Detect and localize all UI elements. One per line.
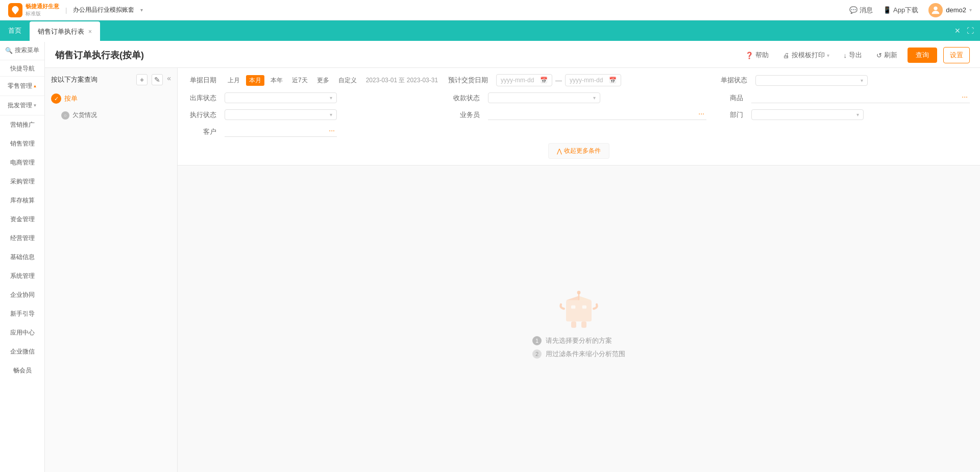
salesman-label: 业务员 bbox=[451, 110, 480, 120]
expected-date-from[interactable]: yyyy-mm-dd 📅 bbox=[496, 74, 552, 86]
collapse-icon-up: ⋀ bbox=[557, 148, 562, 155]
sub-item-欠货情况[interactable]: ○ 欠货情况 bbox=[45, 108, 177, 123]
query-btn[interactable]: 查询 bbox=[908, 48, 937, 63]
sidebar-item-member[interactable]: 畅会员 bbox=[0, 361, 44, 380]
export-btn[interactable]: ↓ 导出 bbox=[840, 49, 867, 62]
left-filter-title: 按以下方案查询 bbox=[51, 75, 97, 84]
win-max-btn[interactable]: ⛶ bbox=[967, 27, 974, 35]
customer-input[interactable]: ··· bbox=[225, 126, 337, 137]
sidebar-item-app-center[interactable]: 应用中心 bbox=[0, 323, 44, 342]
date-range-text: 2023-03-01 至 2023-03-31 bbox=[366, 76, 438, 85]
date-separator: — bbox=[555, 77, 562, 84]
win-close-btn[interactable]: ✕ bbox=[954, 27, 961, 35]
goods-label: 商品 bbox=[715, 93, 743, 103]
exec-status-arrow: ▾ bbox=[330, 112, 332, 117]
add-scheme-btn[interactable]: + bbox=[136, 74, 148, 85]
edit-scheme-btn[interactable]: ✎ bbox=[152, 74, 163, 85]
search-icon: 🔍 bbox=[5, 47, 13, 54]
sidebar-item-inventory[interactable]: 库存核算 bbox=[0, 191, 44, 210]
collapse-label: 收起更多条件 bbox=[564, 147, 601, 155]
help-btn[interactable]: ❓ 帮助 bbox=[741, 49, 773, 62]
sidebar-item-system[interactable]: 系统管理 bbox=[0, 267, 44, 286]
help-icon: ❓ bbox=[745, 52, 753, 59]
date-tab-this-year[interactable]: 本年 bbox=[267, 75, 286, 86]
page-actions: ❓ 帮助 🖨 按模板打印 ▾ ↓ 导出 ↺ 刷新 查询 设置 bbox=[741, 47, 970, 63]
sidebar-item-corp[interactable]: 企业协同 bbox=[0, 286, 44, 304]
message-btn[interactable]: 💬 消息 bbox=[849, 6, 873, 15]
sidebar-item-marketing[interactable]: 营销推广 bbox=[0, 115, 44, 134]
user-area[interactable]: demo2 ▾ bbox=[928, 3, 972, 17]
print-btn[interactable]: 🖨 按模板打印 ▾ bbox=[779, 49, 834, 62]
out-status-arrow: ▾ bbox=[330, 95, 332, 101]
goods-more-btn[interactable]: ··· bbox=[960, 92, 970, 101]
sidebar-item-operation[interactable]: 经营管理 bbox=[0, 229, 44, 248]
logo-area: 畅捷通好生意 标准版 bbox=[8, 3, 59, 17]
sidebar-item-finance[interactable]: 资金管理 bbox=[0, 210, 44, 229]
sidebar-item-sales[interactable]: 销售管理 bbox=[0, 134, 44, 153]
avatar bbox=[928, 3, 943, 17]
date-tab-more[interactable]: 更多 bbox=[314, 75, 332, 86]
tab-close-btn[interactable]: × bbox=[88, 28, 92, 35]
goods-control: ··· bbox=[751, 92, 970, 103]
svg-rect-3 bbox=[582, 305, 586, 309]
svg-point-7 bbox=[577, 291, 581, 294]
app-dropdown-arrow[interactable]: ▾ bbox=[140, 7, 143, 13]
customer-more-btn[interactable]: ··· bbox=[327, 126, 337, 134]
expected-date-to[interactable]: yyyy-mm-dd 📅 bbox=[565, 74, 621, 86]
step1-label: 请先选择要分析的方案 bbox=[546, 336, 612, 345]
sidebar-search[interactable]: 🔍 搜索菜单 bbox=[0, 41, 44, 60]
app-download-label: App下载 bbox=[893, 6, 918, 15]
status-select-arrow: ▾ bbox=[861, 78, 863, 83]
sidebar-item-basic[interactable]: 基础信息 bbox=[0, 248, 44, 267]
collapse-more-btn[interactable]: ⋀ 收起更多条件 bbox=[548, 143, 609, 159]
dept-select[interactable]: ▾ bbox=[751, 109, 864, 120]
top-bar-right: 💬 消息 📱 App下载 demo2 ▾ bbox=[849, 3, 972, 17]
page-title: 销售订单执行表(按单) bbox=[55, 49, 144, 61]
sidebar-item-ecommerce[interactable]: 电商管理 bbox=[0, 153, 44, 172]
tab-home-label: 首页 bbox=[8, 26, 21, 35]
salesman-input[interactable]: ··· bbox=[488, 109, 706, 120]
left-filter-panel: 按以下方案查询 + ✎ « ✓ 按单 ○ 欠货情况 bbox=[45, 68, 178, 472]
receipt-status-select[interactable]: ▾ bbox=[488, 92, 600, 103]
tab-home[interactable]: 首页 bbox=[0, 20, 30, 41]
sidebar-item-wholesale[interactable]: 批发管理 ▼ bbox=[0, 96, 44, 115]
receipt-status-arrow: ▾ bbox=[593, 95, 596, 101]
salesman-more-btn[interactable]: ··· bbox=[696, 109, 706, 117]
date-from-placeholder: yyyy-mm-dd bbox=[501, 77, 534, 84]
app-download-btn[interactable]: 📱 App下载 bbox=[883, 6, 918, 15]
collapse-panel-btn[interactable]: « bbox=[167, 74, 171, 85]
date-tab-this-month[interactable]: 本月 bbox=[246, 75, 264, 86]
settings-btn[interactable]: 设置 bbox=[943, 47, 970, 63]
sidebar-section-wholesale: 批发管理 ▼ bbox=[0, 96, 44, 115]
tab-sales-order[interactable]: 销售订单执行表 × bbox=[30, 21, 100, 42]
date-tabs: 上月 本月 本年 近7天 更多 自定义 bbox=[225, 75, 360, 86]
left-filter-icons: + ✎ « bbox=[136, 74, 171, 85]
status-label: 单据状态 bbox=[719, 76, 747, 85]
scheme-item-按单[interactable]: ✓ 按单 bbox=[45, 89, 177, 108]
sidebar-section-retail: 零售管理 ▲ bbox=[0, 77, 44, 96]
date-tab-7days[interactable]: 近7天 bbox=[289, 75, 311, 86]
window-controls: ✕ ⛶ bbox=[954, 27, 980, 35]
data-area: 1 请先选择要分析的方案 2 用过滤条件来缩小分析范围 bbox=[178, 166, 980, 472]
exec-status-select[interactable]: ▾ bbox=[225, 109, 337, 120]
avatar-icon bbox=[930, 5, 941, 16]
date-tab-custom[interactable]: 自定义 bbox=[335, 75, 360, 86]
date-tab-last-month[interactable]: 上月 bbox=[225, 75, 243, 86]
scheme-label: 按单 bbox=[64, 94, 78, 103]
refresh-btn[interactable]: ↺ 刷新 bbox=[872, 49, 901, 62]
goods-input[interactable]: ··· bbox=[751, 92, 970, 103]
exec-status-label: 执行状态 bbox=[188, 110, 216, 120]
sidebar-nav-label[interactable]: 快捷导航 bbox=[0, 60, 44, 77]
receipt-status-label: 收款状态 bbox=[451, 93, 480, 103]
sidebar-item-corp-wechat[interactable]: 企业微信 bbox=[0, 342, 44, 361]
out-status-select[interactable]: ▾ bbox=[225, 92, 337, 103]
search-menu-label[interactable]: 🔍 搜索菜单 bbox=[4, 46, 40, 55]
download-icon: 📱 bbox=[883, 6, 891, 14]
logo-text-area: 畅捷通好生意 标准版 bbox=[26, 3, 59, 17]
main-layout: 🔍 搜索菜单 快捷导航 零售管理 ▲ 批发管理 ▼ 营销推广 销售管理 电商管理 bbox=[0, 41, 980, 472]
expected-date-label: 预计交货日期 bbox=[447, 76, 488, 85]
sidebar-item-newbie[interactable]: 新手引导 bbox=[0, 304, 44, 323]
sidebar-item-purchase[interactable]: 采购管理 bbox=[0, 172, 44, 191]
sidebar-item-retail[interactable]: 零售管理 ▲ bbox=[0, 77, 44, 96]
status-select[interactable]: ▾ bbox=[755, 75, 868, 86]
